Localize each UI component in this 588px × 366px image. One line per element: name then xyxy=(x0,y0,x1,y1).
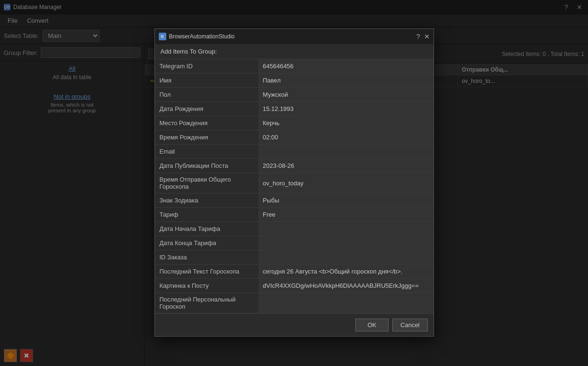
field-birthtime: Время Рождения 02:00 xyxy=(155,130,434,145)
cancel-button[interactable]: Cancel xyxy=(392,319,427,331)
ok-button[interactable]: OK xyxy=(355,319,389,331)
field-zodiac: Знак Зодиака Рыбы xyxy=(155,193,434,208)
modal-footer: OK Cancel xyxy=(155,313,434,336)
field-telegram-id: Telegram ID 645646456 xyxy=(155,59,434,73)
field-post-image: Картинка к Посту dVIcR4XXGDg/wHoAVkkpH6D… xyxy=(155,279,434,293)
field-tariff-start: Дата Начала Тарифа xyxy=(155,222,434,236)
field-email: Email xyxy=(155,145,434,159)
field-birthdate: Дата Рождения 15.12.1993 xyxy=(155,102,434,116)
modal-body: Telegram ID 645646456 Имя Павел Пол Мужс… xyxy=(155,59,434,313)
field-order-id: ID Заказа xyxy=(155,250,434,265)
field-send-time: Время Отправки Общего Гороскопа ov_horo_… xyxy=(155,173,434,193)
field-pub-date: Дата Публикации Поста 2023-08-26 xyxy=(155,159,434,173)
field-name: Имя Павел xyxy=(155,73,434,88)
field-gender: Пол Мужской xyxy=(155,88,434,102)
modal-header: Add Items To Group: xyxy=(155,44,434,59)
modal-app-icon: B xyxy=(159,33,166,40)
field-last-horoscope-text: Последний Текст Гороскопа сегодня 26 Авг… xyxy=(155,265,434,279)
modal-title: BrowserAutomationStudio xyxy=(169,33,235,40)
modal-overlay: B BrowserAutomationStudio ? ✕ Add Items … xyxy=(0,0,588,366)
modal-help-btn[interactable]: ? xyxy=(416,33,420,40)
field-birthplace: Место Рождения Керчь xyxy=(155,116,434,130)
field-tariff-end: Дата Конца Тарифа xyxy=(155,236,434,250)
field-tariff: Тариф Free xyxy=(155,208,434,222)
modal-close-btn[interactable]: ✕ xyxy=(424,33,430,40)
field-personal-horoscope: Последний Персональный Гороскоп xyxy=(155,293,434,313)
modal-dialog: B BrowserAutomationStudio ? ✕ Add Items … xyxy=(154,28,434,337)
modal-title-bar: B BrowserAutomationStudio ? ✕ xyxy=(155,29,434,44)
modal-title-controls: ? ✕ xyxy=(416,33,430,40)
